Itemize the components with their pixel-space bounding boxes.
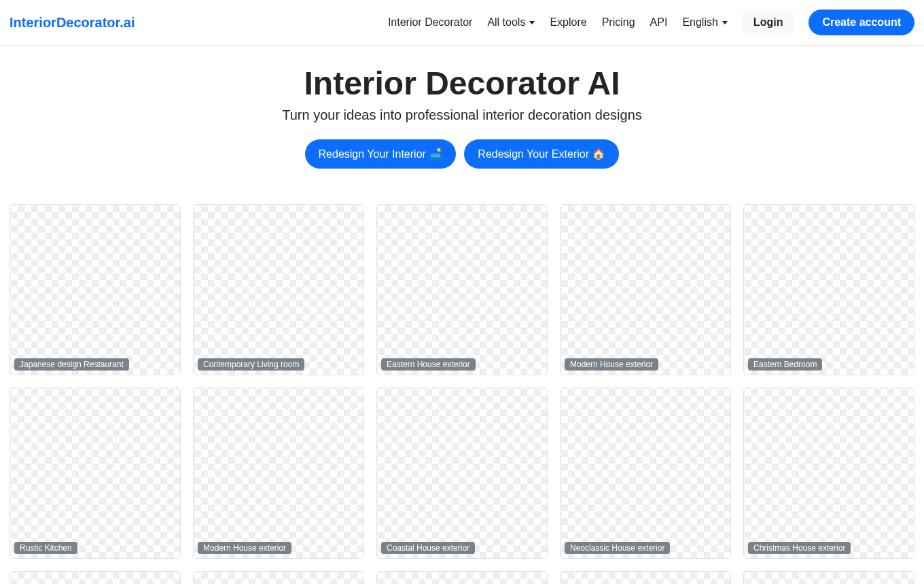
gallery-card-label: Coastal House exterior — [381, 542, 475, 554]
gallery-card-label: Eastern House exterior — [381, 358, 476, 371]
nav-explore[interactable]: Explore — [550, 16, 586, 29]
gallery-card[interactable] — [376, 571, 548, 584]
gallery-card[interactable]: Rustic Kitchen — [10, 388, 181, 559]
nav-all-tools[interactable]: All tools — [487, 16, 535, 29]
redesign-interior-button[interactable]: Redesign Your Interior 🛋️ — [305, 139, 457, 169]
header: InteriorDecorator.ai Interior Decorator … — [0, 0, 924, 46]
nav-all-tools-label: All tools — [487, 16, 525, 29]
gallery-card[interactable]: Eastern Bedroom — [743, 204, 914, 375]
cta-row: Redesign Your Interior 🛋️ Redesign Your … — [14, 139, 910, 169]
gallery-card[interactable]: Coastal House exterior — [376, 388, 548, 559]
gallery-card-label: Contemporary Living room — [198, 358, 304, 371]
gallery-card-label: Christmas House exterior — [748, 542, 851, 554]
gallery-card[interactable]: Modern House exterior — [560, 204, 731, 375]
login-button[interactable]: Login — [743, 10, 794, 35]
gallery-card[interactable]: Modern House exterior — [193, 388, 364, 559]
gallery: Japanese design RestaurantContemporary L… — [0, 190, 924, 584]
nav-right: Interior Decorator All tools Explore Pri… — [388, 10, 914, 35]
gallery-card-label: Modern House exterior — [198, 542, 291, 554]
gallery-card-label: Eastern Bedroom — [748, 358, 822, 371]
create-account-button[interactable]: Create account — [808, 10, 914, 35]
logo[interactable]: InteriorDecorator.ai — [10, 15, 135, 31]
nav-pricing[interactable]: Pricing — [602, 16, 635, 29]
nav-interior-decorator[interactable]: Interior Decorator — [388, 16, 473, 29]
hero: Interior Decorator AI Turn your ideas in… — [0, 46, 924, 190]
gallery-card[interactable] — [10, 571, 181, 584]
nav-api[interactable]: API — [650, 16, 668, 29]
gallery-card[interactable]: Neoclassic House exterior — [560, 388, 731, 559]
page-subtitle: Turn your ideas into professional interi… — [14, 107, 910, 123]
nav-language[interactable]: English — [682, 16, 727, 29]
gallery-card-label: Modern House exterior — [565, 358, 658, 371]
gallery-card[interactable]: Contemporary Living room — [193, 204, 364, 375]
gallery-card-label: Neoclassic House exterior — [565, 542, 670, 554]
gallery-card[interactable] — [193, 571, 364, 584]
gallery-card[interactable]: Eastern House exterior — [376, 204, 548, 375]
gallery-card-label: Rustic Kitchen — [14, 542, 77, 554]
gallery-card[interactable] — [743, 571, 914, 584]
gallery-card[interactable]: Japanese design Restaurant — [10, 204, 181, 375]
gallery-card[interactable] — [560, 571, 731, 584]
chevron-down-icon — [722, 21, 728, 24]
gallery-card-label: Japanese design Restaurant — [14, 358, 129, 371]
page-title: Interior Decorator AI — [14, 65, 910, 102]
chevron-down-icon — [529, 21, 535, 24]
redesign-exterior-button[interactable]: Redesign Your Exterior 🏠 — [464, 139, 619, 169]
gallery-card[interactable]: Christmas House exterior — [743, 388, 914, 559]
nav-language-label: English — [682, 16, 717, 29]
